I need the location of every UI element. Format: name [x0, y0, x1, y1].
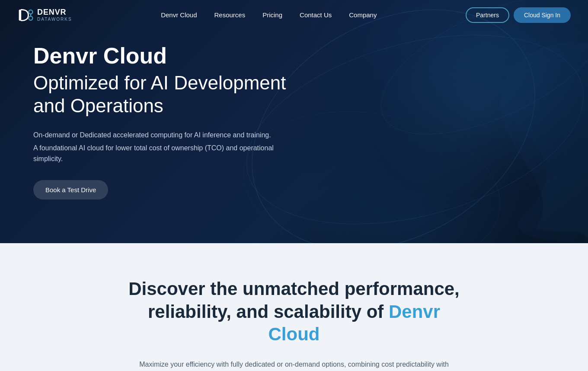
cloud-signin-button[interactable]: Cloud Sign In	[514, 7, 571, 23]
svg-point-1	[29, 10, 32, 14]
logo-brand-name: DENVR	[37, 8, 72, 17]
nav-link-pricing[interactable]: Pricing	[256, 8, 289, 22]
navbar: DENVR dataworks Denvr Cloud Resources Pr…	[0, 0, 588, 30]
svg-rect-0	[19, 10, 21, 20]
nav-links: Denvr Cloud Resources Pricing Contact Us…	[154, 8, 383, 22]
hero-main-title: Denvr Cloud	[33, 44, 303, 68]
logo[interactable]: DENVR dataworks	[17, 6, 72, 24]
svg-point-2	[29, 16, 32, 20]
discover-subtext: Maximize your efficiency with fully dedi…	[130, 359, 458, 371]
discover-heading-part1: Discover the unmatched performance,	[128, 279, 460, 299]
hero-sub-title: Optimized for AI Development and Operati…	[33, 72, 303, 117]
nav-link-contact-us[interactable]: Contact Us	[293, 8, 339, 22]
logo-text: DENVR dataworks	[37, 8, 72, 22]
book-test-drive-button[interactable]: Book a Test Drive	[33, 180, 108, 200]
discover-section: Discover the unmatched performance, reli…	[0, 243, 588, 371]
hero-description-1: On-demand or Dedicated accelerated compu…	[33, 130, 303, 141]
hero-section: Denvr Cloud Optimized for AI Development…	[0, 0, 588, 243]
nav-buttons: Partners Cloud Sign In	[466, 7, 571, 23]
discover-heading: Discover the unmatched performance, reli…	[125, 278, 463, 346]
discover-heading-part2: reliability, and scalability of	[148, 301, 389, 322]
logo-sub-name: dataworks	[37, 17, 72, 22]
hero-content: Denvr Cloud Optimized for AI Development…	[0, 44, 303, 200]
nav-link-company[interactable]: Company	[342, 8, 383, 22]
logo-icon	[17, 6, 35, 24]
nav-link-denvr-cloud[interactable]: Denvr Cloud	[154, 8, 204, 22]
nav-link-resources[interactable]: Resources	[208, 8, 252, 22]
partners-button[interactable]: Partners	[466, 7, 509, 23]
hero-description-2: A foundational AI cloud for lower total …	[33, 143, 303, 165]
